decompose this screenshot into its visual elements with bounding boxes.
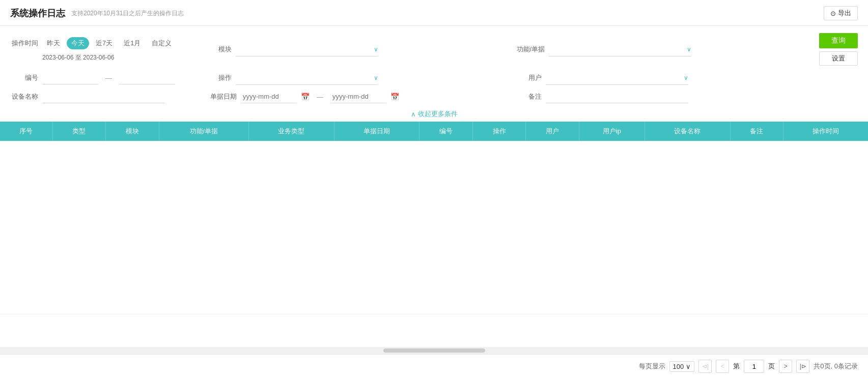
data-table: 序号 类型 模块 功能/单据 业务类型 单据日期 编号 操作 用户 用户ip 设… bbox=[0, 122, 868, 314]
pagination-bar: 每页显示 100 ∨ ⊲| < 第 页 > |⊳ 共0页, 0条记录 bbox=[0, 354, 868, 378]
col-remark: 备注 bbox=[730, 122, 783, 141]
operation-select[interactable]: ∨ bbox=[236, 71, 378, 85]
col-user-ip: 用户ip bbox=[579, 122, 645, 141]
col-op-time: 操作时间 bbox=[783, 122, 868, 141]
col-module: 模块 bbox=[106, 122, 159, 141]
collapse-label: 收起更多条件 bbox=[418, 109, 458, 119]
module-select[interactable]: ∨ bbox=[236, 42, 378, 56]
date-to-input[interactable] bbox=[330, 90, 386, 103]
collapse-bar[interactable]: ∧ 收起更多条件 bbox=[10, 107, 858, 122]
operation-chevron-icon: ∨ bbox=[374, 74, 378, 81]
horizontal-scrollbar[interactable] bbox=[0, 347, 868, 354]
cal-from-icon[interactable]: 📅 bbox=[301, 93, 310, 101]
time-btn-1month[interactable]: 近1月 bbox=[119, 37, 145, 49]
code-label: 编号 bbox=[10, 73, 38, 82]
export-label: 导出 bbox=[838, 9, 851, 18]
user-chevron-icon: ∨ bbox=[684, 74, 688, 81]
first-page-button[interactable]: ⊲| bbox=[698, 360, 712, 373]
next-page-button[interactable]: > bbox=[779, 360, 792, 373]
page-number-input[interactable] bbox=[744, 360, 764, 373]
page-subtitle: 支持2020年10月31日之后产生的操作日志 bbox=[71, 9, 184, 18]
table-header-row: 序号 类型 模块 功能/单据 业务类型 单据日期 编号 操作 用户 用户ip 设… bbox=[0, 122, 868, 141]
func-select[interactable]: ∨ bbox=[549, 42, 691, 56]
device-label: 设备名称 bbox=[10, 92, 38, 101]
settings-button[interactable]: 设置 bbox=[819, 51, 858, 66]
page-size-label: 每页显示 bbox=[639, 362, 665, 371]
func-chevron-icon: ∨ bbox=[687, 46, 691, 53]
time-btn-custom[interactable]: 自定义 bbox=[147, 37, 176, 49]
col-biz-type: 业务类型 bbox=[249, 122, 334, 141]
voucher-date-label: 单据日期 bbox=[204, 92, 237, 101]
empty-row bbox=[0, 141, 868, 314]
col-voucher-date: 单据日期 bbox=[334, 122, 419, 141]
date-range-display: 2023-06-06 至 2023-06-06 bbox=[42, 53, 114, 62]
page-size-select[interactable]: 100 ∨ bbox=[669, 361, 695, 372]
time-btn-7days[interactable]: 近7天 bbox=[91, 37, 117, 49]
module-label: 模块 bbox=[204, 45, 232, 54]
cal-to-icon[interactable]: 📅 bbox=[390, 93, 399, 101]
page-total: 共0页, 0条记录 bbox=[814, 362, 858, 371]
module-chevron-icon: ∨ bbox=[374, 46, 378, 53]
page-size-chevron-icon: ∨ bbox=[686, 363, 691, 370]
table-body bbox=[0, 141, 868, 314]
page-size-value: 100 bbox=[673, 363, 684, 370]
code-to-input[interactable] bbox=[119, 71, 175, 84]
time-filter-group: 昨天 今天 近7天 近1月 自定义 bbox=[42, 37, 176, 49]
page-unit: 页 bbox=[768, 362, 775, 371]
col-device: 设备名称 bbox=[645, 122, 730, 141]
page-title: 系统操作日志 bbox=[10, 7, 65, 19]
col-func: 功能/单据 bbox=[159, 122, 248, 141]
data-table-area: 序号 类型 模块 功能/单据 业务类型 单据日期 编号 操作 用户 用户ip 设… bbox=[0, 122, 868, 347]
operation-label: 操作 bbox=[204, 73, 232, 82]
device-input[interactable] bbox=[42, 90, 164, 103]
collapse-chevron-icon: ∧ bbox=[411, 110, 416, 118]
user-select[interactable]: ∨ bbox=[546, 71, 688, 85]
export-icon: ⊙ bbox=[830, 10, 836, 17]
export-button[interactable]: ⊙ 导出 bbox=[824, 6, 858, 20]
col-operation: 操作 bbox=[472, 122, 525, 141]
page-label: 第 bbox=[733, 362, 740, 371]
remark-label: 备注 bbox=[514, 92, 542, 101]
col-type: 类型 bbox=[52, 122, 105, 141]
time-label: 操作时间 bbox=[10, 39, 38, 48]
scroll-thumb[interactable] bbox=[383, 348, 485, 353]
date-dash: — bbox=[317, 93, 323, 101]
date-from-input[interactable] bbox=[241, 90, 297, 103]
code-dash: — bbox=[105, 74, 112, 82]
user-label: 用户 bbox=[514, 73, 542, 82]
code-from-input[interactable] bbox=[42, 71, 98, 84]
query-button[interactable]: 查询 bbox=[819, 33, 858, 48]
col-code: 编号 bbox=[419, 122, 472, 141]
remark-input[interactable] bbox=[546, 90, 688, 103]
time-btn-yesterday[interactable]: 昨天 bbox=[42, 37, 65, 49]
func-label: 功能/单据 bbox=[517, 45, 545, 54]
time-btn-today[interactable]: 今天 bbox=[67, 37, 89, 49]
col-user: 用户 bbox=[526, 122, 579, 141]
last-page-button[interactable]: |⊳ bbox=[796, 360, 809, 373]
col-seq: 序号 bbox=[0, 122, 52, 141]
prev-page-button[interactable]: < bbox=[716, 360, 729, 373]
